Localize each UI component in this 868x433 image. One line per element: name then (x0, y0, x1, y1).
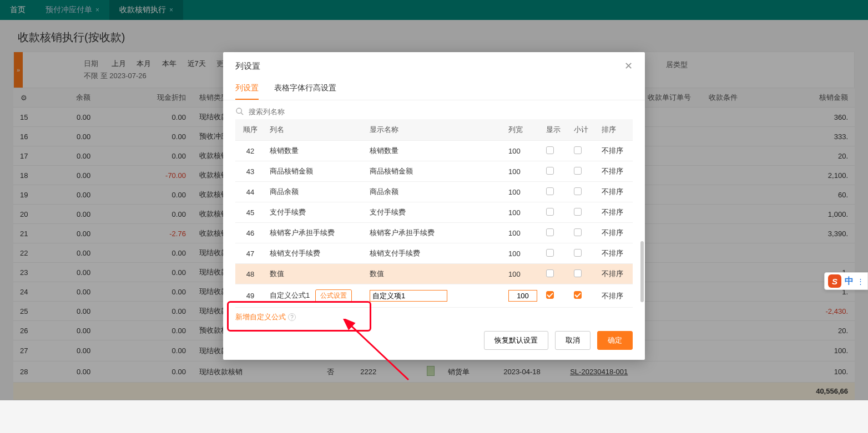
cfg-order: 47 (235, 243, 265, 264)
subtotal-checkbox[interactable] (574, 228, 582, 236)
cfg-name: 核销客户承担手续费 (265, 223, 365, 243)
show-checkbox[interactable] (546, 228, 554, 236)
mh-show: 显示 (542, 119, 569, 141)
show-checkbox[interactable] (546, 269, 554, 277)
cfg-display: 核销客户承担手续费 (365, 223, 504, 243)
cfg-display: 商品核销金额 (365, 161, 504, 182)
cfg-order: 44 (235, 182, 265, 202)
modal-title: 列设置 (235, 61, 260, 72)
ime-lang: 中 (845, 276, 854, 287)
modal-overlay: 列设置 ✕ 列设置 表格字体行高设置 顺序 列名 显示名称 列宽 (0, 0, 868, 400)
svg-point-0 (236, 108, 241, 113)
cfg-width (504, 284, 542, 308)
scrollbar[interactable] (640, 241, 644, 302)
mh-name: 列名 (265, 119, 365, 141)
column-settings-modal: 列设置 ✕ 列设置 表格字体行高设置 顺序 列名 显示名称 列宽 (223, 52, 645, 360)
column-config-row[interactable]: 47核销支付手续费核销支付手续费100不排序 (235, 243, 633, 264)
ime-more-icon: ⋮ (857, 277, 864, 286)
subtotal-checkbox[interactable] (574, 167, 582, 175)
subtotal-checkbox[interactable] (574, 146, 582, 154)
cfg-order: 45 (235, 202, 265, 223)
cfg-display (365, 284, 504, 308)
cfg-name: 商品余额 (265, 182, 365, 202)
show-checkbox[interactable] (546, 291, 554, 299)
cfg-order: 46 (235, 223, 265, 243)
mh-subtotal: 小计 (569, 119, 597, 141)
cfg-display: 核销数量 (365, 141, 504, 161)
search-icon (235, 107, 244, 116)
column-config-row[interactable]: 45支付手续费支付手续费100不排序 (235, 202, 633, 223)
show-checkbox[interactable] (546, 187, 554, 195)
cfg-display: 商品余额 (365, 182, 504, 202)
restore-default-button[interactable]: 恢复默认设置 (484, 331, 548, 350)
column-config-row[interactable]: 49自定义公式1 公式设置不排序 (235, 284, 633, 308)
cfg-sort[interactable]: 不排序 (597, 243, 633, 264)
cfg-sort[interactable]: 不排序 (597, 161, 633, 182)
column-config-row[interactable]: 46核销客户承担手续费核销客户承担手续费100不排序 (235, 223, 633, 243)
cfg-name: 数值 (265, 264, 365, 284)
show-checkbox[interactable] (546, 208, 554, 216)
cfg-width: 100 (504, 141, 542, 161)
cfg-order: 49 (235, 284, 265, 308)
column-config-row[interactable]: 43商品核销金额商品核销金额100不排序 (235, 161, 633, 182)
column-config-row[interactable]: 42核销数量核销数量100不排序 (235, 141, 633, 161)
mh-display: 显示名称 (365, 119, 504, 141)
cfg-width: 100 (504, 202, 542, 223)
cfg-order: 42 (235, 141, 265, 161)
cfg-name: 核销数量 (265, 141, 365, 161)
cfg-name: 自定义公式1 公式设置 (265, 284, 365, 308)
cfg-width: 100 (504, 161, 542, 182)
cfg-width: 100 (504, 243, 542, 264)
mh-sort: 排序 (597, 119, 633, 141)
column-search-input[interactable] (249, 108, 633, 116)
cfg-sort[interactable]: 不排序 (597, 264, 633, 284)
formula-settings-button[interactable]: 公式设置 (315, 289, 352, 302)
cfg-sort[interactable]: 不排序 (597, 141, 633, 161)
mh-order: 顺序 (235, 119, 265, 141)
cfg-sort[interactable]: 不排序 (597, 223, 633, 243)
column-config-row[interactable]: 48数值数值100不排序 (235, 264, 633, 284)
cfg-name: 商品核销金额 (265, 161, 365, 182)
show-checkbox[interactable] (546, 167, 554, 175)
column-config-row[interactable]: 44商品余额商品余额100不排序 (235, 182, 633, 202)
cfg-width: 100 (504, 223, 542, 243)
cfg-width: 100 (504, 182, 542, 202)
ok-button[interactable]: 确定 (597, 331, 633, 350)
modal-tab-font[interactable]: 表格字体行高设置 (274, 80, 336, 100)
cfg-width: 100 (504, 264, 542, 284)
svg-line-1 (241, 113, 243, 115)
add-custom-formula-link[interactable]: 新增自定义公式 (235, 312, 286, 322)
cfg-display: 支付手续费 (365, 202, 504, 223)
show-checkbox[interactable] (546, 146, 554, 154)
subtotal-checkbox[interactable] (574, 208, 582, 216)
col-width-input[interactable] (508, 290, 537, 302)
display-name-input[interactable] (370, 290, 447, 302)
cfg-order: 43 (235, 161, 265, 182)
close-icon[interactable]: ✕ (624, 60, 633, 72)
cfg-sort[interactable]: 不排序 (597, 284, 633, 308)
modal-tab-columns[interactable]: 列设置 (235, 80, 259, 100)
subtotal-checkbox[interactable] (574, 269, 582, 277)
mh-width: 列宽 (504, 119, 542, 141)
cfg-sort[interactable]: 不排序 (597, 202, 633, 223)
subtotal-checkbox[interactable] (574, 249, 582, 257)
ime-indicator[interactable]: S 中 ⋮ (824, 272, 868, 290)
sogou-icon: S (828, 274, 841, 288)
cfg-order: 48 (235, 264, 265, 284)
cfg-sort[interactable]: 不排序 (597, 182, 633, 202)
subtotal-checkbox[interactable] (574, 291, 582, 299)
cfg-name: 支付手续费 (265, 202, 365, 223)
cancel-button[interactable]: 取消 (555, 331, 591, 350)
cfg-display: 核销支付手续费 (365, 243, 504, 264)
help-icon[interactable]: ? (288, 313, 296, 321)
show-checkbox[interactable] (546, 249, 554, 257)
subtotal-checkbox[interactable] (574, 187, 582, 195)
cfg-name: 核销支付手续费 (265, 243, 365, 264)
cfg-display: 数值 (365, 264, 504, 284)
